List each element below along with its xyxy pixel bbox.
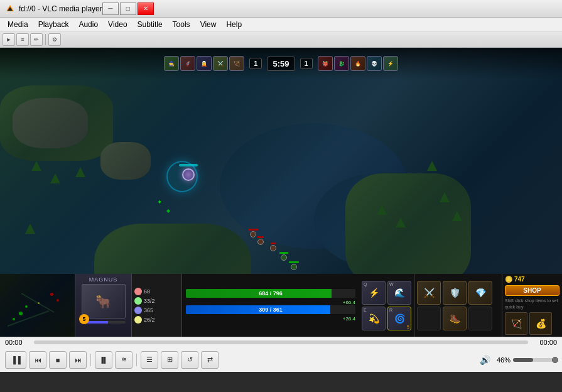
tree-1 [31, 161, 41, 171]
toolbar-btn-4[interactable]: ⚙ [48, 33, 61, 46]
ability-slot-r[interactable]: R 🌀 5 [387, 307, 411, 330]
stat-assists-value: 26/2 [144, 317, 155, 323]
ability-slot-e[interactable]: E 💫 [362, 307, 386, 330]
window-controls: ─ □ ✕ [102, 3, 154, 15]
terrain-rock-1 [13, 98, 88, 148]
dire-team-icons: 👹 🐉 🔥 💀 ⚡ [318, 56, 398, 71]
mp-bar-fill [186, 305, 330, 314]
unit-2 [257, 236, 264, 245]
radiant-hero-5: 🏹 [229, 56, 244, 71]
equalizer-button[interactable]: ≋ [115, 351, 132, 369]
ext-icon: ⊞ [167, 356, 173, 364]
toolbar-btn-2[interactable]: ≡ [16, 33, 29, 46]
abilities-row-1: Q ⚡ W 🌊 [362, 281, 411, 305]
ability-cd-r: 5 [407, 325, 409, 329]
unit-5-body [291, 264, 297, 270]
item-slot-6[interactable] [468, 307, 492, 330]
ability-icon-r: 🌀 [394, 313, 405, 324]
mp-bar-container: 309 / 361 [186, 305, 355, 314]
dire-hero-3: 🔥 [350, 56, 365, 71]
mp-bonus: +26.4 [186, 316, 355, 322]
menu-playback[interactable]: Playback [33, 19, 74, 30]
play-pause-button[interactable]: ▐▐ [5, 351, 26, 369]
tree-2 [50, 173, 60, 183]
radiant-hero-3: 🧝 [197, 56, 212, 71]
unit-3-body [270, 245, 276, 251]
stop-button[interactable]: ■ [49, 351, 67, 369]
loop-button[interactable]: ↺ [181, 351, 198, 369]
item-slot-2[interactable]: 🛡️ [443, 281, 467, 305]
toolbar-btn-1[interactable]: ► [3, 33, 15, 46]
ability-key-e: E [364, 308, 367, 312]
abilities-row-2: E 💫 R 🌀 5 [362, 307, 411, 330]
move-indicator: ✦ [157, 199, 162, 205]
item-slot-4[interactable] [417, 307, 441, 330]
shuffle-button[interactable]: ⇄ [201, 351, 219, 369]
prev-button[interactable]: ⏮ [29, 351, 46, 369]
unit-5 [289, 261, 299, 270]
radiant-hero-4: ⚔️ [213, 56, 228, 71]
menu-subtitle[interactable]: Subtitle [132, 19, 168, 30]
stat-attack-value: 68 [144, 288, 150, 295]
radiant-team-icons: 🧙 🦸 🧝 ⚔️ 🏹 [164, 56, 244, 71]
ctrl-sep-1 [90, 354, 91, 366]
unit-1-hp [248, 229, 258, 231]
seek-bar[interactable] [34, 340, 528, 344]
ability-key-w: W [389, 282, 394, 286]
ability-slot-q[interactable]: Q ⚡ [362, 281, 386, 305]
dire-hero-5: ⚡ [383, 56, 398, 71]
ability-slot-w[interactable]: W 🌊 [387, 281, 411, 305]
shop-button[interactable]: SHOP [505, 285, 559, 296]
ext-settings-button[interactable]: ⊞ [161, 351, 178, 369]
dire-hero-2: 🐉 [334, 56, 349, 71]
maximize-button[interactable]: □ [120, 3, 136, 15]
time-elapsed: 00:00 [5, 339, 30, 346]
tree-9 [427, 161, 437, 171]
menu-audio[interactable]: Audio [73, 19, 103, 30]
resource-bars: 684 / 796 +66.4 309 / 361 +26.4 [182, 274, 359, 337]
shop-item-1[interactable]: 🏹 [505, 312, 527, 335]
minimize-button[interactable]: ─ [102, 3, 119, 15]
menu-help[interactable]: Help [221, 19, 247, 30]
unit-1 [248, 229, 258, 237]
close-button[interactable]: ✕ [138, 3, 154, 15]
item-slot-1[interactable]: ⚔️ [417, 281, 441, 305]
menu-media[interactable]: Media [3, 19, 33, 30]
loop-icon: ↺ [187, 356, 193, 364]
playlist-button[interactable]: ☰ [141, 351, 158, 369]
hero-level: 5 [79, 314, 89, 324]
seekbar-row: 00:00 00:00 [0, 337, 562, 347]
toolbar-btn-3[interactable]: ✏ [30, 33, 43, 46]
unit-4 [279, 252, 288, 261]
volume-icon[interactable]: 🔊 [480, 355, 490, 365]
stat-assists: 26/2 [134, 316, 179, 324]
item-slot-5[interactable]: 🥾 [443, 307, 467, 330]
unit-2-hp [257, 236, 264, 238]
play-pause-icon: ▐▐ [11, 356, 21, 364]
next-button[interactable]: ⏭ [69, 351, 87, 369]
video-area[interactable]: ✦ ◆ 🧙 🦸 🧝 [0, 48, 562, 337]
unit-5-hp [289, 261, 299, 263]
minimap[interactable] [0, 274, 75, 337]
menu-view[interactable]: View [195, 19, 222, 30]
menu-tools[interactable]: Tools [168, 19, 195, 30]
volume-slider[interactable] [513, 358, 557, 362]
move-arrow: ◆ [166, 208, 170, 214]
tree-3 [75, 167, 85, 177]
shop-item-2[interactable]: 💰 [529, 312, 552, 335]
hero-name: MAGNUS [89, 276, 118, 283]
shuffle-icon: ⇄ [207, 356, 213, 364]
frame-button[interactable]: ▐▌ [95, 351, 112, 369]
mp-text: 309 / 361 [259, 307, 283, 313]
item-slot-3[interactable]: 💎 [468, 281, 492, 305]
stat-attack: 68 [134, 288, 179, 295]
toolbar-sep-1 [45, 34, 46, 45]
playlist-icon: ☰ [146, 356, 153, 364]
hp-bonus: +66.4 [186, 300, 355, 305]
ctrl-sep-2 [136, 354, 137, 366]
radiant-hero-2: 🦸 [180, 56, 195, 71]
tree-4 [377, 205, 387, 215]
menu-video[interactable]: Video [103, 19, 132, 30]
volume-knob [552, 357, 558, 363]
tree-7 [452, 211, 462, 221]
